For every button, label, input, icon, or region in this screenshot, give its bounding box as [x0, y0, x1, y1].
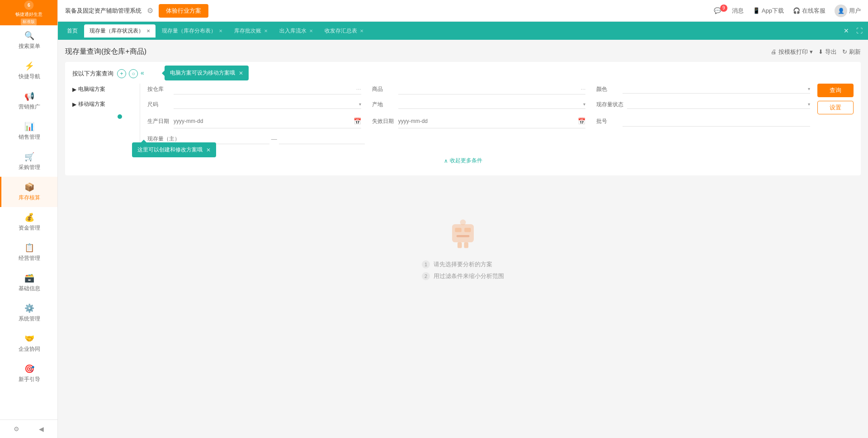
tip-num-2: 2 — [422, 272, 430, 280]
sidebar-item-sales[interactable]: 📊 销售管理 — [0, 116, 57, 146]
phone-icon: 📱 — [753, 7, 760, 14]
tooltip1-close[interactable]: ✕ — [239, 70, 243, 76]
settings-btn[interactable]: ⚙ — [14, 425, 19, 433]
sidebar-item-label: 系统管理 — [19, 315, 40, 323]
tab-home[interactable]: 首页 — [61, 24, 83, 38]
main-area: 装备及固定资产辅助管理系统 ⚙ 体验行业方案 💬 9 消息 📱 App下载 🎧 … — [58, 0, 868, 438]
sidebar-item-guide[interactable]: 🎯 新手引导 — [0, 358, 57, 389]
tab-inventory-dist[interactable]: 现存量（库存分布表） ✕ — [156, 24, 228, 38]
tab-collect-summary[interactable]: 收发存汇总表 ✕ — [319, 24, 369, 38]
export-label: 导出 — [825, 48, 837, 56]
lightning-icon: ⚡ — [24, 61, 34, 71]
filter-row4: 现存量（主） — — [147, 134, 810, 144]
messages-btn[interactable]: 💬 9 消息 — [714, 7, 744, 15]
stock-qty-to[interactable] — [279, 134, 365, 144]
sidebar-item-label: 快捷导航 — [19, 73, 40, 80]
calendar-icon[interactable]: 📅 — [578, 118, 585, 125]
user-menu[interactable]: 👤 用户 — [835, 5, 861, 17]
sidebar-item-basic[interactable]: 🗃️ 基础信息 — [0, 268, 57, 298]
sidebar-item-quick[interactable]: ⚡ 快捷导航 — [0, 56, 57, 86]
tab-close-icon[interactable]: ✕ — [219, 28, 222, 33]
avatar-text: 👤 — [838, 8, 844, 14]
sidebar-item-purchase[interactable]: 🛒 采购管理 — [0, 146, 57, 177]
filter-expire-date: 失效日期 📅 — [372, 114, 586, 128]
database-icon: 🗃️ — [24, 273, 34, 283]
tab-expand-icon[interactable]: ⛶ — [854, 25, 864, 36]
origin-label: 产地 — [372, 101, 395, 108]
size-select[interactable]: ▾ — [174, 100, 361, 109]
scheme-group-desktop-header[interactable]: ▶ 电脑端方案 — [72, 84, 136, 95]
system-name: 装备及固定资产辅助管理系统 — [65, 7, 142, 15]
goods-select[interactable]: ··· — [398, 84, 586, 94]
calendar-icon[interactable]: 📅 — [354, 118, 361, 125]
tab-inventory-status[interactable]: 现存量（库存状况表） ✕ — [84, 24, 156, 38]
tab-close-icon[interactable]: ✕ — [309, 28, 313, 33]
dropdown-arrow-icon: ▾ — [808, 102, 810, 107]
tab-batch-ledger[interactable]: 库存批次账 ✕ — [229, 24, 273, 38]
settings-icon[interactable]: ⚙ — [147, 6, 153, 15]
chart-icon: 📊 — [24, 122, 34, 132]
refresh-btn[interactable]: ↻ 刷新 — [842, 48, 861, 56]
sidebar-item-enterprise[interactable]: 🤝 企业协同 — [0, 328, 57, 358]
sidebar-nav: 🔍 搜索菜单 ⚡ 快捷导航 📢 营销推广 📊 销售管理 🛒 采购管理 📦 库存核… — [0, 25, 57, 419]
sidebar-item-operation[interactable]: 📋 经营管理 — [0, 237, 57, 268]
produce-date-input-wrap: 📅 — [174, 114, 361, 128]
app-download-btn[interactable]: 📱 App下载 — [753, 7, 784, 15]
sidebar-item-label: 库存核算 — [19, 194, 40, 202]
svg-rect-5 — [457, 235, 470, 237]
print-btn[interactable]: 🖨 按模板打印 ▾ — [771, 48, 813, 56]
sidebar-item-label: 新手引导 — [19, 376, 40, 383]
box-icon: 📦 — [24, 182, 34, 192]
online-service-btn[interactable]: 🎧 在线客服 — [793, 7, 826, 15]
filter-icons: + ○ « — [117, 69, 144, 78]
sidebar-item-inventory[interactable]: 📦 库存核算 — [0, 177, 57, 207]
stock-status-select[interactable]: ▾ — [627, 100, 810, 109]
sidebar-item-system[interactable]: ⚙️ 系统管理 — [0, 298, 57, 328]
tab-close-icon[interactable]: ✕ — [360, 28, 363, 33]
sidebar: 6 畅捷通好生意 标准版 🔍 搜索菜单 ⚡ 快捷导航 📢 营销推广 📊 销售管理… — [0, 0, 58, 438]
empty-tip-1: 1 请先选择要分析的方案 — [422, 260, 504, 268]
search-btn[interactable]: 查询 — [817, 84, 854, 97]
tip-2-text: 用过滤条件来缩小分析范围 — [434, 272, 504, 280]
expire-date-input-wrap: 📅 — [398, 114, 586, 128]
logo-icon: 6 — [22, 0, 36, 10]
filter-goods: 商品 ··· — [372, 84, 586, 94]
sidebar-item-label: 基础信息 — [19, 285, 40, 292]
tab-in-out-flow[interactable]: 出入库流水 ✕ — [274, 24, 318, 38]
tab-close-icon[interactable]: ✕ — [146, 28, 150, 33]
collapse-btn[interactable]: ◀ — [39, 425, 44, 433]
sidebar-item-marketing[interactable]: 📢 营销推广 — [0, 86, 57, 116]
edit-scheme-btn[interactable]: ○ — [129, 69, 138, 78]
cart-icon: 🛒 — [24, 152, 34, 162]
filter-warehouse: 按仓库 ··· — [147, 84, 361, 94]
svg-rect-3 — [455, 228, 461, 232]
produce-date-input[interactable] — [174, 116, 354, 126]
sidebar-item-label: 销售管理 — [19, 133, 40, 141]
filter-row2: 尺码 ▾ 产地 ▾ — [147, 100, 810, 109]
size-label: 尺码 — [147, 101, 170, 108]
tab-close-all-icon[interactable]: ✕ — [842, 25, 851, 36]
sidebar-item-finance[interactable]: 💰 资金管理 — [0, 207, 57, 237]
chevron-right-icon: ▶ — [72, 86, 76, 93]
user-label: 用户 — [849, 7, 861, 15]
color-select[interactable]: ▾ — [623, 85, 810, 94]
tab-batch-ledger-label: 库存批次账 — [234, 27, 261, 35]
svg-point-8 — [460, 220, 466, 226]
page-title: 现存量查询(按仓库+商品) — [65, 47, 146, 57]
warehouse-select[interactable]: ··· — [174, 84, 361, 94]
batch-no-input[interactable] — [623, 116, 810, 127]
export-btn[interactable]: ⬇ 导出 — [818, 48, 837, 56]
filter-batch-no: 批号 — [596, 114, 810, 128]
scheme-group-mobile-header[interactable]: ▶ 移动端方案 — [72, 99, 136, 110]
sidebar-item-label: 营销推广 — [19, 103, 40, 111]
tab-close-icon[interactable]: ✕ — [264, 28, 268, 33]
expire-date-input[interactable] — [398, 116, 578, 126]
add-scheme-btn[interactable]: + — [117, 69, 126, 78]
industry-btn[interactable]: 体验行业方案 — [159, 4, 208, 18]
reset-btn[interactable]: 设置 — [817, 101, 854, 114]
back-icon[interactable]: « — [141, 69, 144, 78]
refresh-icon: ↻ — [842, 48, 847, 55]
tooltip2-close[interactable]: ✕ — [206, 147, 211, 153]
sidebar-item-search[interactable]: 🔍 搜索菜单 — [0, 25, 57, 56]
origin-select[interactable]: ▾ — [398, 100, 586, 109]
